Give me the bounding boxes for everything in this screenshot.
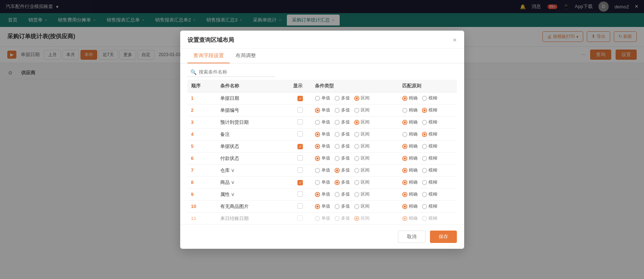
type-radio-单值[interactable]: 单值 bbox=[315, 203, 330, 209]
radio-circle bbox=[422, 216, 427, 221]
type-radio-单值[interactable]: 单值 bbox=[315, 215, 330, 221]
order-number: 7 bbox=[191, 168, 194, 173]
type-radio-单值[interactable]: 单值 bbox=[315, 95, 330, 101]
type-radio-多值[interactable]: 多值 bbox=[335, 179, 350, 185]
radio-circle bbox=[354, 168, 359, 173]
match-radio-精确[interactable]: 精确 bbox=[402, 155, 418, 161]
type-radio-区间[interactable]: 区间 bbox=[354, 179, 370, 185]
cell-type: 单值多值区间 bbox=[311, 200, 399, 212]
match-radio-精确[interactable]: 精确 bbox=[402, 191, 418, 197]
type-radio-多值[interactable]: 多值 bbox=[335, 167, 350, 173]
cell-order: 11 bbox=[187, 212, 217, 224]
type-radio-单值[interactable]: 单值 bbox=[315, 107, 330, 113]
dialog-close-button[interactable]: × bbox=[453, 37, 457, 43]
save-button[interactable]: 保存 bbox=[430, 231, 457, 243]
type-radio-区间[interactable]: 区间 bbox=[354, 119, 370, 125]
type-radio-多值[interactable]: 多值 bbox=[335, 143, 350, 149]
type-radio-多值[interactable]: 多值 bbox=[335, 203, 350, 209]
match-radio-精确[interactable]: 精确 bbox=[402, 215, 418, 221]
type-radio-多值[interactable]: 多值 bbox=[335, 215, 350, 221]
display-checkbox[interactable] bbox=[297, 119, 303, 125]
type-radio-多值[interactable]: 多值 bbox=[335, 95, 350, 101]
display-checkbox[interactable] bbox=[297, 180, 303, 185]
type-radio-区间[interactable]: 区间 bbox=[354, 215, 370, 221]
col-type-header: 条件类型 bbox=[311, 80, 399, 93]
cancel-button[interactable]: 取消 bbox=[398, 231, 426, 243]
match-radio-精确[interactable]: 精确 bbox=[402, 119, 418, 125]
cell-name: 仓库 ∨ bbox=[217, 164, 289, 176]
match-radio-模糊[interactable]: 模糊 bbox=[422, 131, 437, 137]
radio-label: 精确 bbox=[409, 191, 418, 197]
radio-label: 区间 bbox=[361, 131, 370, 137]
display-checkbox[interactable] bbox=[297, 155, 303, 161]
type-radio-区间[interactable]: 区间 bbox=[354, 167, 370, 173]
radio-circle bbox=[315, 132, 320, 137]
match-radio-精确[interactable]: 精确 bbox=[402, 95, 418, 101]
type-radio-单值[interactable]: 单值 bbox=[315, 179, 330, 185]
type-radio-单值[interactable]: 单值 bbox=[315, 119, 330, 125]
type-radio-区间[interactable]: 区间 bbox=[354, 107, 370, 113]
type-radio-单值[interactable]: 单值 bbox=[315, 143, 330, 149]
match-radio-精确[interactable]: 精确 bbox=[402, 203, 418, 209]
radio-circle bbox=[422, 108, 427, 113]
radio-label: 区间 bbox=[361, 215, 370, 221]
radio-circle bbox=[422, 96, 427, 101]
table-row: 8商品 ∨单值多值区间精确模糊 bbox=[187, 176, 457, 188]
match-radio-精确[interactable]: 精确 bbox=[402, 167, 418, 173]
cell-type: 单值多值区间 bbox=[311, 188, 399, 200]
dialog-tab-query-field[interactable]: 查询字段设置 bbox=[187, 49, 230, 63]
type-radio-区间[interactable]: 区间 bbox=[354, 143, 370, 149]
type-radio-区间[interactable]: 区间 bbox=[354, 131, 370, 137]
display-checkbox[interactable] bbox=[297, 191, 303, 197]
match-radio-精确[interactable]: 精确 bbox=[402, 107, 418, 113]
search-input[interactable] bbox=[199, 69, 264, 75]
cell-name: 预计到货日期 bbox=[217, 116, 289, 128]
match-radio-模糊[interactable]: 模糊 bbox=[422, 143, 437, 149]
type-radio-区间[interactable]: 区间 bbox=[354, 95, 370, 101]
type-radio-多值[interactable]: 多值 bbox=[335, 131, 350, 137]
cell-display bbox=[289, 92, 311, 104]
match-radio-模糊[interactable]: 模糊 bbox=[422, 155, 437, 161]
display-checkbox[interactable] bbox=[297, 167, 303, 173]
match-radio-模糊[interactable]: 模糊 bbox=[422, 179, 437, 185]
display-checkbox[interactable] bbox=[297, 203, 303, 209]
match-radio-模糊[interactable]: 模糊 bbox=[422, 107, 437, 113]
display-checkbox[interactable] bbox=[297, 144, 303, 149]
type-radio-单值[interactable]: 单值 bbox=[315, 167, 330, 173]
match-radio-精确[interactable]: 精确 bbox=[402, 143, 418, 149]
type-radio-区间[interactable]: 区间 bbox=[354, 191, 370, 197]
type-radio-多值[interactable]: 多值 bbox=[335, 191, 350, 197]
dialog-tab-layout-adjust[interactable]: 布局调整 bbox=[230, 49, 262, 63]
radio-circle bbox=[315, 216, 320, 221]
type-radio-单值[interactable]: 单值 bbox=[315, 191, 330, 197]
radio-label: 单值 bbox=[321, 191, 330, 197]
display-checkbox[interactable] bbox=[297, 131, 303, 137]
match-radio-模糊[interactable]: 模糊 bbox=[422, 215, 437, 221]
radio-circle bbox=[335, 96, 340, 101]
match-radio-精确[interactable]: 精确 bbox=[402, 131, 418, 137]
radio-circle bbox=[402, 156, 407, 161]
match-radio-精确[interactable]: 精确 bbox=[402, 179, 418, 185]
cell-type: 单值多值区间 bbox=[311, 212, 399, 224]
display-checkbox[interactable] bbox=[297, 215, 303, 221]
match-radio-模糊[interactable]: 模糊 bbox=[422, 167, 437, 173]
match-radio-模糊[interactable]: 模糊 bbox=[422, 119, 437, 125]
type-radio-区间[interactable]: 区间 bbox=[354, 203, 370, 209]
type-radio-单值[interactable]: 单值 bbox=[315, 155, 330, 161]
type-radio-多值[interactable]: 多值 bbox=[335, 107, 350, 113]
type-radio-多值[interactable]: 多值 bbox=[335, 155, 350, 161]
type-radio-区间[interactable]: 区间 bbox=[354, 155, 370, 161]
display-checkbox[interactable] bbox=[297, 107, 303, 113]
match-radio-模糊[interactable]: 模糊 bbox=[422, 203, 437, 209]
display-checkbox[interactable] bbox=[297, 96, 303, 101]
radio-label: 模糊 bbox=[428, 203, 437, 209]
table-row: 9属性 ∨单值多值区间精确模糊 bbox=[187, 188, 457, 200]
radio-label: 模糊 bbox=[428, 179, 437, 185]
type-radio-多值[interactable]: 多值 bbox=[335, 119, 350, 125]
radio-label: 精确 bbox=[409, 179, 418, 185]
radio-circle bbox=[335, 132, 340, 137]
search-input-wrap: 🔍 bbox=[187, 68, 275, 77]
match-radio-模糊[interactable]: 模糊 bbox=[422, 95, 437, 101]
type-radio-单值[interactable]: 单值 bbox=[315, 131, 330, 137]
match-radio-模糊[interactable]: 模糊 bbox=[422, 191, 437, 197]
